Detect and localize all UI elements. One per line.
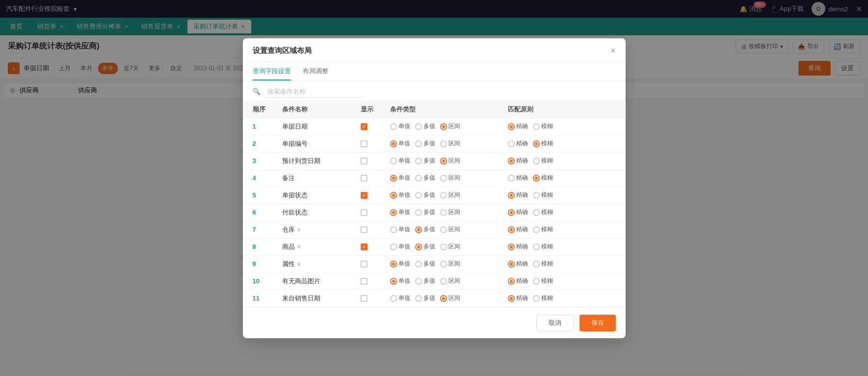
radio-type-range[interactable]: 区间 — [440, 242, 460, 251]
radio-type-multi[interactable]: 多值 — [415, 225, 435, 234]
radio-match-exact[interactable]: 精确 — [508, 191, 528, 199]
display-checkbox[interactable] — [361, 295, 368, 302]
radio-type-range[interactable]: 区间 — [440, 225, 460, 234]
radio-type-single[interactable]: 单值 — [390, 139, 410, 148]
radio-type-single[interactable]: 单值 — [390, 242, 410, 251]
radio-type-multi[interactable]: 多值 — [415, 174, 435, 182]
radio-type-single[interactable]: 单值 — [390, 208, 410, 216]
table-row: 2单据编号单值多值区间精确模糊 — [243, 135, 626, 153]
radio-type-multi[interactable]: 多值 — [415, 242, 435, 251]
search-input[interactable] — [263, 86, 362, 98]
dialog-close-button[interactable]: × — [610, 46, 616, 55]
radio-type-multi[interactable]: 多值 — [415, 277, 435, 285]
radio-circle — [508, 140, 515, 147]
modal-overlay[interactable]: 设置查询区域布局 × 查询字段设置 布局调整 🔍 顺序 条件名称 显示 条件类型… — [0, 0, 868, 375]
radio-type-single[interactable]: 单值 — [390, 260, 410, 268]
radio-match-fuzzy[interactable]: 模糊 — [533, 157, 553, 165]
radio-label: 单值 — [398, 225, 410, 234]
radio-circle — [415, 209, 422, 216]
radio-type-multi[interactable]: 多值 — [415, 139, 435, 148]
radio-type-range[interactable]: 区间 — [440, 139, 460, 148]
radio-match-fuzzy[interactable]: 模糊 — [533, 208, 553, 216]
radio-match-fuzzy[interactable]: 模糊 — [533, 225, 553, 234]
radio-type-single[interactable]: 单值 — [390, 122, 410, 131]
display-checkbox[interactable] — [361, 175, 368, 182]
radio-type-single[interactable]: 单值 — [390, 157, 410, 165]
radio-label: 精确 — [516, 242, 528, 251]
row-order: 10 — [253, 277, 282, 285]
dropdown-icon[interactable]: ∨ — [297, 226, 301, 233]
radio-type-single[interactable]: 单值 — [390, 294, 410, 302]
radio-match-exact[interactable]: 精确 — [508, 277, 528, 285]
radio-type-single[interactable]: 单值 — [390, 225, 410, 234]
radio-match-exact[interactable]: 精确 — [508, 294, 528, 302]
dialog-tab-query-fields[interactable]: 查询字段设置 — [253, 62, 291, 81]
radio-match-exact[interactable]: 精确 — [508, 139, 528, 148]
display-checkbox[interactable] — [361, 140, 368, 147]
cancel-button[interactable]: 取消 — [536, 315, 574, 331]
radio-match-exact[interactable]: 精确 — [508, 122, 528, 131]
radio-type-range[interactable]: 区间 — [440, 277, 460, 285]
radio-label: 单值 — [398, 294, 410, 302]
radio-type-multi[interactable]: 多值 — [415, 260, 435, 268]
radio-type-range[interactable]: 区间 — [440, 122, 460, 131]
radio-match-fuzzy[interactable]: 模糊 — [533, 277, 553, 285]
display-checkbox[interactable] — [361, 226, 368, 233]
radio-match-exact[interactable]: 精确 — [508, 242, 528, 251]
radio-match-fuzzy[interactable]: 模糊 — [533, 260, 553, 268]
dropdown-icon[interactable]: ∨ — [297, 243, 301, 250]
radio-type-range[interactable]: 区间 — [440, 157, 460, 165]
radio-type-multi[interactable]: 多值 — [415, 191, 435, 199]
radio-type-range[interactable]: 区间 — [440, 260, 460, 268]
radio-label: 区间 — [448, 174, 460, 182]
radio-match-fuzzy[interactable]: 模糊 — [533, 191, 553, 199]
radio-type-single[interactable]: 单值 — [390, 277, 410, 285]
radio-type-single[interactable]: 单值 — [390, 174, 410, 182]
dialog-tab-bar: 查询字段设置 布局调整 — [243, 62, 626, 81]
display-checkbox[interactable] — [361, 278, 368, 285]
row-name: 属性 ∨ — [282, 260, 361, 269]
radio-match-exact[interactable]: 精确 — [508, 260, 528, 268]
radio-match-exact[interactable]: 精确 — [508, 225, 528, 234]
save-button[interactable]: 保存 — [579, 315, 616, 331]
display-checkbox[interactable] — [361, 123, 368, 130]
radio-label: 模糊 — [541, 139, 553, 148]
radio-label: 区间 — [448, 122, 460, 131]
radio-type-range[interactable]: 区间 — [440, 208, 460, 216]
radio-circle — [390, 140, 397, 147]
radio-match-fuzzy[interactable]: 模糊 — [533, 242, 553, 251]
display-checkbox[interactable] — [361, 243, 368, 250]
radio-label: 模糊 — [541, 157, 553, 165]
radio-match-fuzzy[interactable]: 模糊 — [533, 294, 553, 302]
dropdown-icon[interactable]: ∨ — [297, 261, 301, 267]
radio-match-fuzzy[interactable]: 模糊 — [533, 174, 553, 182]
radio-type-range[interactable]: 区间 — [440, 174, 460, 182]
radio-type-single[interactable]: 单值 — [390, 191, 410, 199]
radio-match-exact[interactable]: 精确 — [508, 174, 528, 182]
radio-match-exact[interactable]: 精确 — [508, 157, 528, 165]
radio-type-range[interactable]: 区间 — [440, 191, 460, 199]
type-radio-group: 单值多值区间 — [390, 242, 508, 251]
radio-match-fuzzy[interactable]: 模糊 — [533, 139, 553, 148]
dialog-footer: 取消 保存 — [243, 307, 626, 338]
radio-type-multi[interactable]: 多值 — [415, 294, 435, 302]
row-order: 5 — [253, 191, 282, 199]
radio-match-exact[interactable]: 精确 — [508, 208, 528, 216]
radio-label: 区间 — [448, 260, 460, 268]
display-checkbox[interactable] — [361, 192, 368, 199]
dialog-tab-layout[interactable]: 布局调整 — [303, 62, 328, 81]
display-checkbox[interactable] — [361, 261, 368, 268]
radio-circle — [390, 123, 397, 130]
match-radio-group: 精确模糊 — [508, 277, 606, 285]
row-name: 仓库 ∨ — [282, 225, 361, 234]
search-icon: 🔍 — [253, 88, 261, 95]
radio-type-range[interactable]: 区间 — [440, 294, 460, 302]
radio-match-fuzzy[interactable]: 模糊 — [533, 122, 553, 131]
display-checkbox[interactable] — [361, 158, 368, 164]
radio-type-multi[interactable]: 多值 — [415, 122, 435, 131]
display-checkbox[interactable] — [361, 209, 368, 216]
radio-type-multi[interactable]: 多值 — [415, 157, 435, 165]
radio-circle — [415, 175, 422, 182]
radio-type-multi[interactable]: 多值 — [415, 208, 435, 216]
radio-label: 单值 — [398, 260, 410, 268]
